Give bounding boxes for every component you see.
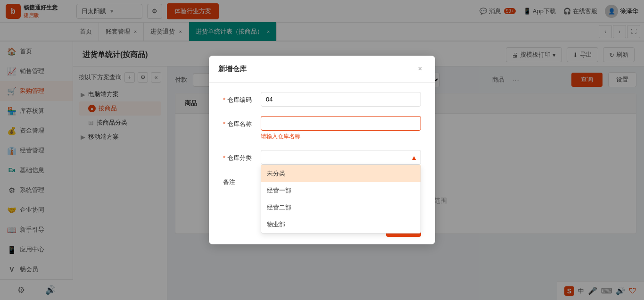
add-warehouse-modal: 新增仓库 × * 仓库编码 * 仓库名称 [209, 56, 435, 244]
category-dropdown: 未分类 经营一部 经营二部 物业部 [261, 165, 421, 233]
category-field: ▲ 未分类 经营一部 经营二部 物业部 [261, 150, 421, 165]
modal-overlay[interactable]: 新增仓库 × * 仓库编码 * 仓库名称 [0, 0, 644, 300]
form-row-category: * 仓库分类 ▲ 未分类 经营一部 经营二部 物业部 [223, 150, 421, 165]
name-label: * 仓库名称 [223, 116, 261, 128]
code-label: * 仓库编码 [223, 92, 261, 104]
warehouse-name-input[interactable] [261, 116, 421, 131]
code-field [261, 92, 421, 107]
form-row-code: * 仓库编码 [223, 92, 421, 107]
modal-body: * 仓库编码 * 仓库名称 请输入仓库名称 [209, 83, 435, 204]
form-row-name: * 仓库名称 请输入仓库名称 [223, 116, 421, 141]
dropdown-item-1[interactable]: 经营一部 [261, 182, 421, 199]
modal-header: 新增仓库 × [209, 56, 435, 83]
dropdown-item-0[interactable]: 未分类 [261, 165, 421, 182]
name-field: 请输入仓库名称 [261, 116, 421, 141]
dropdown-item-2[interactable]: 经营二部 [261, 199, 421, 216]
warehouse-code-input[interactable] [261, 92, 421, 107]
select-arrow-icon: ▲ [411, 154, 417, 161]
dropdown-item-3[interactable]: 物业部 [261, 216, 421, 233]
category-label: * 仓库分类 [223, 150, 261, 162]
modal-close-button[interactable]: × [414, 63, 426, 75]
name-error-msg: 请输入仓库名称 [261, 133, 421, 141]
modal-title: 新增仓库 [218, 65, 247, 74]
remark-label: 备注 [223, 174, 261, 186]
category-select-input[interactable] [261, 150, 421, 165]
